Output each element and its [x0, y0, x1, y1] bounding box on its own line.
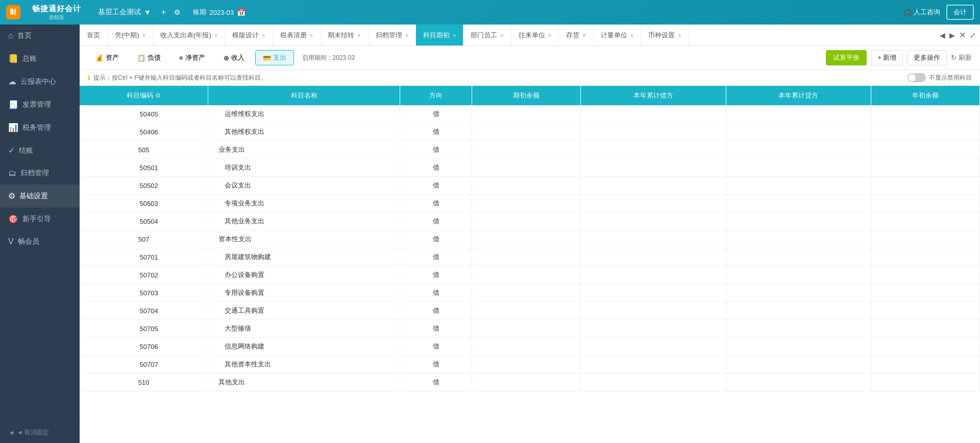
help-button[interactable]: 🎧 人工咨询 — [903, 8, 940, 17]
tab-close-3[interactable]: × — [262, 32, 265, 38]
sidebar-label-8: 新手引导 — [22, 215, 51, 224]
sidebar-item-归档管理[interactable]: 🗂归档管理 — [0, 162, 80, 184]
tab-label-9: 往来单位 — [519, 31, 545, 40]
tab-item-4[interactable]: 税表清册× — [273, 25, 321, 45]
sidebar-item-税务管理[interactable]: 📊税务管理 — [0, 116, 80, 139]
disable-toggle[interactable] — [908, 73, 926, 82]
tab-close-6[interactable]: × — [405, 32, 408, 38]
table-container: 科目编码 ⚙科目名称方向期初余额本年累计借方本年累计贷方年初余额 50405运维… — [80, 86, 980, 443]
tab-close-12[interactable]: × — [678, 32, 681, 38]
table-row: 50704交通工具购置借 — [80, 302, 980, 320]
tab-close-10[interactable]: × — [582, 32, 585, 38]
sidebar-item-总账[interactable]: 📒总账 — [0, 47, 80, 70]
more-button[interactable]: 更多操作 — [907, 50, 947, 65]
sidebar-nav: ⌂首页📒总账☁云报表中心🧾发票管理📊税务管理✓结账🗂归档管理⚙基础设置🎯新手引导… — [0, 25, 80, 253]
tab-close-11[interactable]: × — [630, 32, 633, 38]
sidebar-item-畅会员[interactable]: V畅会员 — [0, 230, 80, 253]
tab-item-3[interactable]: 模版设计× — [225, 25, 273, 45]
settings-icon[interactable]: ⚙ — [172, 8, 183, 16]
filter-tab-收入[interactable]: ⊕收入 — [216, 50, 252, 65]
sidebar-icon-4: 📊 — [8, 123, 18, 132]
table-row: 50504其他业务支出借 — [80, 213, 980, 230]
cell-name: 业务支出 — [208, 141, 400, 159]
cell-code: 50702 — [80, 266, 208, 284]
table-row: 50405运维维权支出借 — [80, 105, 980, 123]
tab-close-1[interactable]: × — [142, 32, 145, 38]
table-row: 50706信息网络购建借 — [80, 338, 980, 356]
filter-tab-资产[interactable]: 💰资产 — [88, 50, 127, 65]
cell-balance — [472, 302, 581, 320]
cell-code: 50701 — [80, 248, 208, 266]
tip-bar: ℹ 提示：按Ctrl + F键并输入科目编码或者科目名称可以查找科目。 不显示禁… — [80, 70, 980, 86]
refresh-button[interactable]: ↻ 刷新 — [951, 53, 972, 62]
sidebar-item-基础设置[interactable]: ⚙基础设置 — [0, 184, 80, 207]
calendar-icon[interactable]: 📅 — [237, 8, 246, 16]
tab-item-12[interactable]: 币种设置× — [641, 25, 689, 45]
cell-credit — [726, 105, 871, 123]
cell-direction: 借 — [400, 177, 472, 195]
cell-name: 房屋建筑物购建 — [208, 248, 400, 266]
add-button[interactable]: + 新增 — [871, 50, 903, 65]
sidebar-item-发票管理[interactable]: 🧾发票管理 — [0, 93, 80, 116]
tab-next-button[interactable]: ▶ — [947, 29, 957, 41]
tab-item-1[interactable]: 凭(中期)× — [108, 25, 153, 45]
filter-icon-1: 📋 — [137, 54, 145, 62]
tab-item-9[interactable]: 往来单位× — [511, 25, 559, 45]
company-name: 基层工会测试 — [98, 8, 141, 17]
cell-balance — [472, 159, 581, 177]
sidebar-item-新手引导[interactable]: 🎯新手引导 — [0, 207, 80, 230]
tab-item-2[interactable]: 收入支出表(年报)× — [153, 25, 225, 45]
gear-icon[interactable]: ⚙ — [155, 92, 161, 99]
tab-close-8[interactable]: × — [500, 32, 503, 38]
tab-item-11[interactable]: 计量单位× — [594, 25, 641, 45]
tab-label-0: 首页 — [87, 31, 100, 40]
company-selector[interactable]: 基层工会测试 ▼ — [94, 6, 155, 19]
filter-tab-负债[interactable]: 📋负债 — [130, 50, 168, 65]
tab-close-9[interactable]: × — [548, 32, 551, 38]
cell-code: 507 — [80, 230, 208, 248]
sidebar-item-结账[interactable]: ✓结账 — [0, 139, 80, 162]
cell-name: 交通工具购置 — [208, 302, 400, 320]
tab-close-4[interactable]: × — [310, 32, 313, 38]
cell-name: 专项业务支出 — [208, 195, 400, 213]
filter-tab-支出[interactable]: 💳支出 — [255, 50, 294, 65]
tab-item-6[interactable]: 归档管理× — [369, 25, 416, 45]
tab-item-8[interactable]: 部门员工× — [463, 25, 511, 45]
cell-year-balance — [871, 159, 980, 177]
sidebar-icon-7: ⚙ — [8, 191, 15, 201]
cell-debit — [580, 213, 726, 230]
cell-credit — [726, 356, 871, 374]
tab-close-all-button[interactable]: ✕ — [957, 28, 968, 42]
tab-close-2[interactable]: × — [214, 32, 217, 38]
tabs-container: 首页凭(中期)×收入支出表(年报)×模版设计×税表清册×期末结转×归档管理×科目… — [80, 25, 936, 45]
tab-close-7[interactable]: × — [453, 32, 456, 38]
tab-expand-button[interactable]: ⤢ — [968, 29, 978, 41]
col-header-5: 本年累计贷方 — [726, 86, 871, 105]
cell-debit — [580, 302, 726, 320]
tab-item-5[interactable]: 期末结转× — [321, 25, 368, 45]
chevron-down-icon: ▼ — [144, 8, 151, 16]
cell-name: 会议支出 — [208, 177, 400, 195]
cell-year-balance — [871, 213, 980, 230]
tab-item-0[interactable]: 首页 — [80, 25, 108, 45]
cell-credit — [726, 302, 871, 320]
col-header-2: 方向 — [400, 86, 472, 105]
tab-item-10[interactable]: 存货× — [559, 25, 593, 45]
sidebar-item-云报表中心[interactable]: ☁云报表中心 — [0, 70, 80, 93]
cell-year-balance — [871, 141, 980, 159]
filter-label-4: 支出 — [273, 53, 286, 62]
balance-button[interactable]: 试算平衡 — [826, 50, 867, 65]
filter-tab-净资产[interactable]: ≡净资产 — [172, 50, 213, 65]
tab-prev-button[interactable]: ◀ — [938, 29, 947, 41]
sidebar-item-首页[interactable]: ⌂首页 — [0, 25, 80, 47]
account-button[interactable]: 会计 — [946, 5, 974, 20]
cell-year-balance — [871, 338, 980, 356]
info-icon: ℹ — [88, 74, 90, 81]
collapse-sidebar-button[interactable]: ◄ ◄ 取消固定 — [0, 422, 80, 443]
add-company-icon[interactable]: + — [159, 8, 168, 17]
sidebar-icon-0: ⌂ — [8, 31, 13, 40]
tab-close-5[interactable]: × — [357, 32, 360, 38]
cell-balance — [472, 230, 581, 248]
sidebar-icon-1: 📒 — [8, 54, 18, 63]
tab-item-7[interactable]: 科目期初× — [416, 25, 463, 45]
